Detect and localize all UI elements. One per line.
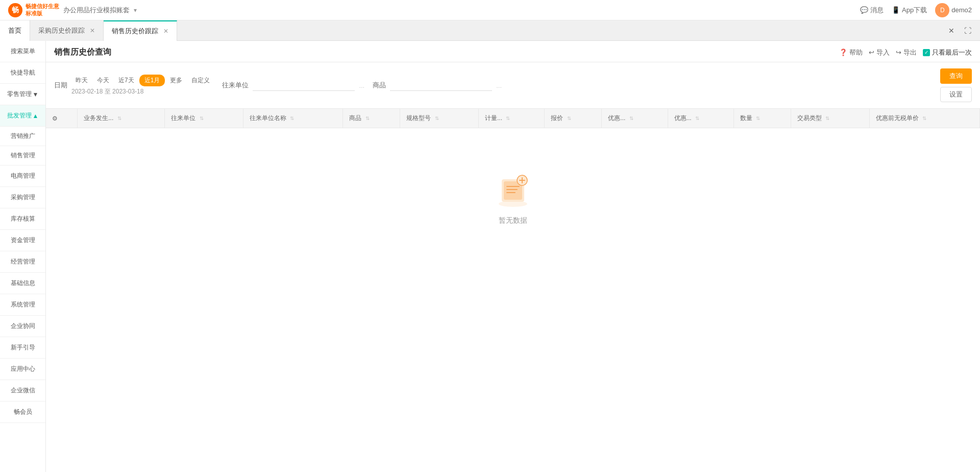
sidebar-item-purchase-mgmt[interactable]: 采购管理 — [0, 187, 45, 208]
counterpart-label: 往来单位 — [222, 81, 249, 90]
sidebar-item-retail-mgmt[interactable]: 零售管理 ▼ — [0, 84, 45, 105]
filter-row: 日期 昨天 今天 近7天 近1月 更多 自定义 2023-02-18 至 202… — [54, 68, 972, 102]
empty-state: 暂无数据 — [46, 128, 980, 266]
tab-sales-history[interactable]: 销售历史价跟踪 ✕ — [104, 20, 177, 41]
sidebar-item-inventory[interactable]: 库存核算 — [0, 208, 45, 230]
col-biz-date[interactable]: 业务发生... ⇅ — [78, 109, 165, 128]
sort-icon: ⇅ — [825, 115, 829, 121]
counterpart-input[interactable] — [253, 80, 355, 91]
main-layout: 搜索菜单 快捷导航 零售管理 ▼ 批发管理 ▲ 营销推广 销售管理 电商管理 采… — [0, 41, 980, 472]
sidebar-item-search-menu[interactable]: 搜索菜单 — [0, 41, 45, 62]
page-title: 销售历史价查询 — [54, 47, 111, 58]
export-btn[interactable]: ↪ 导出 — [896, 48, 917, 57]
col-discount1[interactable]: 优惠... ⇅ — [602, 109, 668, 128]
import-btn[interactable]: ↩ 导入 — [869, 48, 890, 57]
col-discount2[interactable]: 优惠... ⇅ — [668, 109, 733, 128]
table-header-row: ⚙ 业务发生... ⇅ 往来单位 ⇅ 往来单位名称 ⇅ — [46, 109, 980, 128]
goods-filter-group: 商品 ... — [373, 80, 502, 91]
gear-icon: ⚙ — [52, 115, 58, 122]
sidebar-item-wholesale-mgmt[interactable]: 批发管理 ▲ — [0, 105, 45, 127]
logo-icon: 畅 — [8, 3, 22, 17]
col-counterpart-name[interactable]: 往来单位名称 ⇅ — [243, 109, 343, 128]
topbar-right: 💬 消息 📱 App下载 D demo2 — [860, 3, 972, 17]
col-quote[interactable]: 报价 ⇅ — [545, 109, 602, 128]
only-last-checkbox[interactable]: ✓ — [923, 49, 930, 56]
sort-icon: ⇅ — [117, 115, 121, 121]
sort-icon: ⇅ — [567, 115, 571, 121]
tabbar: 首页 采购历史价跟踪 ✕ 销售历史价跟踪 ✕ ✕ ⛶ — [0, 20, 980, 41]
message-icon: 💬 — [860, 6, 868, 14]
tab-right-actions: ✕ ⛶ — [945, 25, 980, 37]
date-btn-today[interactable]: 今天 — [93, 75, 113, 86]
date-btn-1month[interactable]: 近1月 — [139, 75, 165, 86]
goods-dots[interactable]: ... — [496, 82, 502, 89]
sidebar-item-quick-nav[interactable]: 快捷导航 — [0, 62, 45, 84]
date-btn-more[interactable]: 更多 — [166, 75, 186, 86]
avatar: D — [935, 3, 949, 17]
settings-button[interactable]: 设置 — [940, 87, 972, 102]
date-btn-yesterday[interactable]: 昨天 — [71, 75, 92, 86]
empty-icon — [493, 169, 533, 210]
date-range: 2023-02-18 至 2023-03-18 — [71, 87, 214, 96]
sidebar-item-ecom-mgmt[interactable]: 电商管理 — [0, 166, 45, 187]
download-icon: 📱 — [892, 6, 900, 14]
sidebar-item-new-guide[interactable]: 新手引导 — [0, 337, 45, 359]
topbar: 畅 畅捷信好生意 标准版 办公用品行业模拟账套 ▾ 💬 消息 📱 App下载 D… — [0, 0, 980, 20]
col-unit[interactable]: 计量... ⇅ — [479, 109, 545, 128]
sidebar-item-finance-mgmt[interactable]: 资金管理 — [0, 230, 45, 251]
date-btn-7days[interactable]: 近7天 — [114, 75, 138, 86]
col-goods[interactable]: 商品 ⇅ — [343, 109, 400, 128]
sidebar-item-sales-mgmt[interactable]: 销售管理 — [0, 146, 45, 166]
sidebar-item-app-center[interactable]: 应用中心 — [0, 359, 45, 380]
tab-home[interactable]: 首页 — [0, 20, 30, 41]
sort-icon: ⇅ — [756, 115, 760, 121]
page-header: 销售历史价查询 ❓ 帮助 ↩ 导入 ↪ 导出 ✓ 只看最后一次 — [46, 41, 980, 62]
col-trade-type[interactable]: 交易类型 ⇅ — [791, 109, 869, 128]
col-quantity[interactable]: 数量 ⇅ — [733, 109, 791, 128]
sidebar-item-sys-mgmt[interactable]: 系统管理 — [0, 294, 45, 316]
filter-btn-group: 查询 设置 — [940, 68, 972, 102]
help-btn[interactable]: ❓ 帮助 — [839, 48, 863, 57]
chevron-down-icon: ▼ — [33, 91, 39, 98]
close-purchase-tab[interactable]: ✕ — [90, 27, 95, 34]
sidebar-item-corp-collab[interactable]: 企业协同 — [0, 316, 45, 337]
date-btn-custom[interactable]: 自定义 — [187, 75, 214, 86]
sidebar-item-ops-mgmt[interactable]: 经营管理 — [0, 251, 45, 273]
sort-icon: ⇅ — [200, 115, 204, 121]
chevron-up-icon: ▲ — [33, 112, 39, 120]
only-last-checkbox-label[interactable]: ✓ 只看最后一次 — [923, 48, 972, 57]
sidebar: 搜索菜单 快捷导航 零售管理 ▼ 批发管理 ▲ 营销推广 销售管理 电商管理 采… — [0, 41, 46, 472]
app-download-btn[interactable]: 📱 App下载 — [892, 6, 927, 15]
user-menu[interactable]: D demo2 — [935, 3, 972, 17]
col-gear[interactable]: ⚙ — [46, 109, 78, 128]
close-all-tabs[interactable]: ✕ — [945, 25, 958, 37]
empty-text: 暂无数据 — [499, 216, 527, 225]
maximize-btn[interactable]: ⛶ — [962, 25, 974, 37]
data-table: ⚙ 业务发生... ⇅ 往来单位 ⇅ 往来单位名称 ⇅ — [46, 109, 980, 128]
date-options: 昨天 今天 近7天 近1月 更多 自定义 2023-02-18 至 2023-0… — [71, 75, 214, 96]
col-pretax-price[interactable]: 优惠前无税单价 ⇅ — [869, 109, 979, 128]
close-sales-tab[interactable]: ✕ — [163, 28, 168, 35]
query-button[interactable]: 查询 — [940, 68, 972, 84]
sidebar-item-corp-wechat[interactable]: 企业微信 — [0, 380, 45, 402]
sidebar-item-marketing[interactable]: 营销推广 — [0, 127, 45, 146]
col-counterpart[interactable]: 往来单位 ⇅ — [165, 109, 243, 128]
sort-icon: ⇅ — [695, 115, 699, 121]
counterpart-dots[interactable]: ... — [359, 82, 364, 89]
sidebar-item-basic-info[interactable]: 基础信息 — [0, 273, 45, 294]
sort-icon: ⇅ — [435, 115, 439, 121]
sort-icon: ⇅ — [506, 115, 510, 121]
sort-icon: ⇅ — [922, 115, 926, 121]
logo-area: 畅 畅捷信好生意 标准版 — [8, 3, 59, 17]
sidebar-item-vip[interactable]: 畅会员 — [0, 402, 45, 423]
sort-icon: ⇅ — [365, 115, 370, 121]
tab-purchase-history[interactable]: 采购历史价跟踪 ✕ — [30, 20, 104, 41]
app-dropdown[interactable]: ▾ — [134, 7, 137, 14]
counterpart-filter-group: 往来单位 ... — [222, 80, 364, 91]
goods-label: 商品 — [373, 81, 386, 90]
col-spec[interactable]: 规格型号 ⇅ — [400, 109, 479, 128]
goods-input[interactable] — [390, 80, 492, 91]
export-icon: ↪ — [896, 49, 901, 56]
topbar-left: 畅 畅捷信好生意 标准版 办公用品行业模拟账套 ▾ — [8, 3, 137, 17]
message-btn[interactable]: 💬 消息 — [860, 6, 884, 15]
